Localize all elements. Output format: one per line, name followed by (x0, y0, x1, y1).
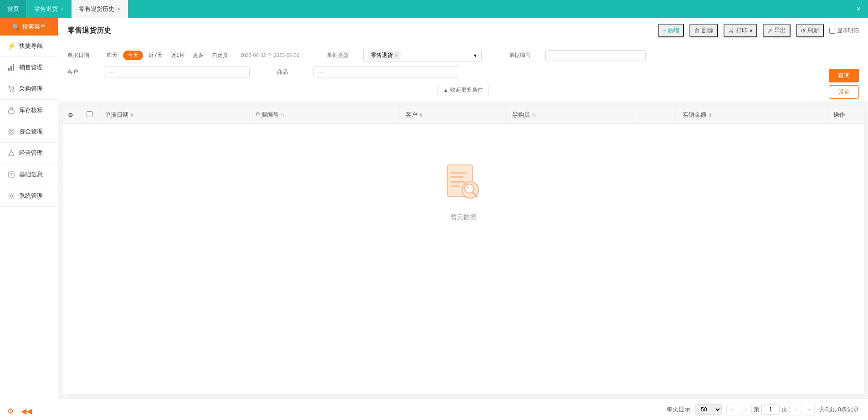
th-customer[interactable]: 客户 ⇅ (400, 106, 506, 124)
sidebar-search[interactable]: 🔍 搜索菜单 (0, 18, 58, 36)
table-body: 暂无数据 (62, 124, 864, 258)
filter-row-2: 客户 ··· 商品 ··· (67, 67, 859, 77)
page-header: 零售退货历史 + 新增 🗑 删除 🖨 打印 ▾ ↗ 导出 ↺ (58, 18, 868, 43)
th-action: 操作 (827, 106, 864, 124)
tab-retail-return-label: 零售退货 (34, 5, 58, 13)
sidebar-item-purchase-label: 采购管理 (19, 85, 43, 93)
type-filter-select[interactable]: 零售退货 × ▾ (363, 49, 482, 62)
new-button[interactable]: + 新增 (658, 24, 684, 37)
th-date[interactable]: 单据日期 ⇅ (99, 106, 249, 124)
page-number-input[interactable] (761, 405, 780, 415)
sidebar-item-quick-nav[interactable]: ⚡ 快捷导航 (0, 36, 58, 57)
last-page-button[interactable]: » (803, 404, 815, 415)
sidebar-item-purchase[interactable]: 采购管理 (0, 78, 58, 100)
basic-info-icon (7, 170, 15, 179)
svg-rect-7 (9, 172, 14, 177)
svg-rect-10 (451, 172, 467, 174)
th-settings[interactable]: ⚙ (62, 106, 81, 124)
audio-bottom-icon[interactable]: ◀◀ (21, 407, 32, 415)
main-layout: 🔍 搜索菜单 ⚡ 快捷导航 销售管理 采购管理 库存核算 (0, 18, 868, 420)
sort-customer[interactable]: 客户 ⇅ (406, 111, 501, 119)
page-label-prefix: 第 (754, 405, 760, 414)
sidebar-item-finance[interactable]: 资金管理 (0, 121, 58, 143)
display-detail-toggle[interactable]: 显示明细 (829, 27, 859, 35)
goods-filter-select[interactable]: ··· (313, 67, 459, 77)
th-number[interactable]: 单据编号 ⇅ (249, 106, 400, 124)
tab-retail-return-history-close[interactable]: × (117, 6, 120, 12)
sidebar-item-system[interactable]: 系统管理 (0, 185, 58, 207)
type-tag-remove[interactable]: × (395, 52, 398, 59)
th-amount[interactable]: 实销金额 ⇅ (677, 106, 827, 124)
th-date-label: 单据日期 (105, 111, 128, 119)
tab-retail-return[interactable]: 零售退货 × (27, 0, 72, 18)
system-icon (7, 192, 15, 200)
date-btn-7days[interactable]: 近7天 (146, 51, 165, 60)
tab-retail-return-close[interactable]: × (61, 6, 64, 12)
svg-rect-12 (451, 181, 465, 183)
top-bar: 首页 零售退货 × 零售退货历史 × × (0, 0, 868, 18)
voucher-filter-input[interactable] (545, 50, 646, 61)
sidebar-item-inventory[interactable]: 库存核算 (0, 100, 58, 121)
collapse-label: 收起更多条件 (450, 86, 483, 94)
date-btn-yesterday[interactable]: 昨天 (104, 51, 120, 60)
per-page-select[interactable]: 50 100 200 (695, 404, 722, 415)
tab-retail-return-history-label: 零售退货历史 (79, 5, 114, 13)
sidebar-item-quick-nav-label: 快捷导航 (19, 42, 43, 50)
select-all-checkbox[interactable] (87, 111, 92, 117)
first-page-button[interactable]: « (726, 404, 738, 415)
sidebar-bottom: ⚙ ◀◀ (0, 402, 58, 420)
print-label: 打印 (736, 26, 748, 35)
date-btn-more[interactable]: 更多 (190, 51, 206, 60)
th-checkbox[interactable] (81, 106, 99, 124)
svg-rect-5 (9, 110, 14, 113)
filter-area: 单据日期 昨天 今天 近7天 近1月 更多 自定义 2023-06-02 至 2… (58, 43, 868, 102)
sort-number[interactable]: 单据编号 ⇅ (255, 111, 394, 119)
delete-button[interactable]: 🗑 删除 (689, 24, 718, 37)
customer-filter-label: 客户 (67, 68, 95, 76)
table-area: ⚙ 单据日期 ⇅ 单据编号 (62, 106, 864, 395)
date-btn-1month[interactable]: 近1月 (168, 51, 188, 60)
export-button[interactable]: ↗ 导出 (763, 24, 791, 37)
date-btn-custom[interactable]: 自定义 (209, 51, 231, 60)
date-btn-today[interactable]: 今天 (123, 51, 143, 60)
sidebar-item-basic-info[interactable]: 基础信息 (0, 164, 58, 185)
next-page-button[interactable]: › (789, 404, 801, 415)
refresh-label: 刷新 (807, 26, 819, 35)
print-button[interactable]: 🖨 打印 ▾ (724, 24, 757, 37)
tab-retail-return-history[interactable]: 零售退货历史 × (72, 0, 128, 18)
type-dropdown-icon: ▾ (474, 52, 477, 59)
goods-filter-label: 商品 (277, 68, 304, 76)
empty-state: 暂无数据 (62, 124, 864, 258)
query-button[interactable]: 查询 (829, 69, 859, 82)
page-nav: « ‹ 第 页 › » (726, 404, 815, 415)
th-guide[interactable]: 导购员 ⇅ (506, 106, 635, 124)
sidebar-item-sales[interactable]: 销售管理 (0, 57, 58, 78)
column-settings-icon[interactable]: ⚙ (68, 112, 73, 118)
sort-guide[interactable]: 导购员 ⇅ (512, 111, 629, 119)
type-filter-label: 单据类型 (327, 51, 354, 59)
settings-button[interactable]: 设置 (829, 85, 859, 99)
svg-rect-11 (451, 176, 463, 178)
date-filter-label: 单据日期 (67, 51, 95, 59)
svg-point-8 (10, 195, 13, 197)
sidebar-item-finance-label: 资金管理 (19, 128, 43, 136)
svg-rect-2 (13, 64, 14, 71)
customer-filter-select[interactable]: ··· (104, 67, 250, 77)
sort-date[interactable]: 单据日期 ⇅ (105, 111, 244, 119)
prev-page-button[interactable]: ‹ (740, 404, 752, 415)
data-table: ⚙ 单据日期 ⇅ 单据编号 (62, 106, 864, 258)
th-guide-label: 导购员 (512, 111, 530, 119)
empty-state-icon (441, 160, 486, 206)
customer-dots: ··· (109, 69, 113, 75)
display-detail-checkbox[interactable] (829, 28, 835, 34)
refresh-button[interactable]: ↺ 刷新 (796, 24, 824, 37)
sidebar-item-operation[interactable]: 经营管理 (0, 143, 58, 164)
svg-rect-0 (8, 68, 10, 71)
collapse-conditions-button[interactable]: ▲ 收起更多条件 (437, 84, 489, 96)
tab-home[interactable]: 首页 (0, 0, 27, 18)
window-close-button[interactable]: × (849, 5, 868, 13)
sort-amount[interactable]: 实销金额 ⇅ (683, 111, 822, 119)
settings-bottom-icon[interactable]: ⚙ (7, 407, 14, 415)
delete-label: 删除 (702, 26, 714, 35)
collapse-icon: ▲ (443, 87, 449, 93)
